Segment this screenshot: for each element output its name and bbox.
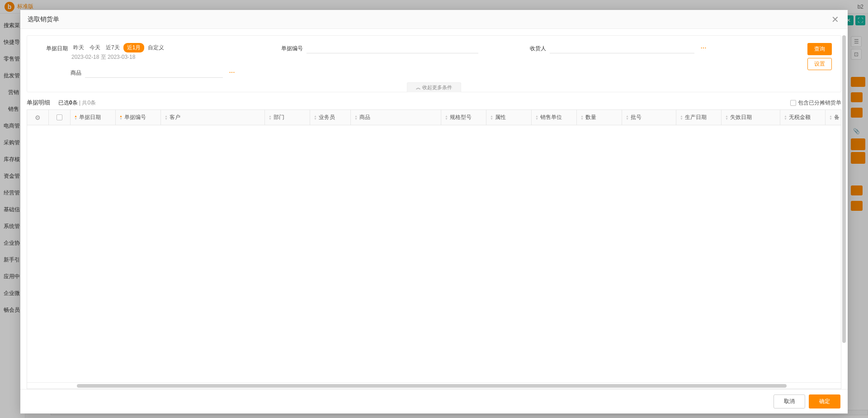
total-count: | 共0条 [79,100,96,106]
close-icon[interactable]: ✕ [830,14,840,25]
product-more-icon[interactable]: ··· [229,67,235,76]
column-header-prod_date[interactable]: ▲▼生产日期 [676,110,722,125]
column-label: 属性 [495,114,506,121]
scrollbar-thumb[interactable] [842,35,846,343]
sort-icon[interactable]: ▲▼ [354,115,358,120]
column-header-remark[interactable]: ▲▼备 [826,110,841,125]
include-assigned-checkbox[interactable]: 包含已分摊销货单 [790,99,841,107]
checkbox-icon[interactable] [790,100,796,106]
modal-vertical-scrollbar[interactable] [842,35,847,389]
column-label: 生产日期 [685,114,707,121]
table-body-empty [27,125,841,382]
sort-icon[interactable]: ▲▼ [74,115,77,120]
date-chip-last7[interactable]: 近7天 [104,43,122,52]
column-header-spec[interactable]: ▲▼规格型号 [441,110,486,125]
sort-icon[interactable]: ▲▼ [829,115,832,120]
date-chip-last1m[interactable]: 近1月 [123,43,145,52]
modal-body: 单据日期 昨天 今天 近7天 近1月 自定义 2023-02-18 至 2023… [20,29,848,389]
sort-icon[interactable]: ▲▼ [680,115,683,120]
select-all-checkbox[interactable] [49,110,71,125]
filter-doc-no: 单据编号 [271,43,478,53]
column-label: 数量 [585,114,596,121]
settings-button[interactable]: 设置 [807,58,832,70]
column-header-batch[interactable]: ▲▼批号 [622,110,676,125]
filter-label-receiver: 收货人 [514,43,546,52]
column-label: 部门 [274,114,284,121]
filter-actions: 查询 设置 [807,43,832,70]
receiver-more-icon[interactable]: ··· [701,43,707,51]
date-chip-today[interactable]: 今天 [88,43,102,52]
column-header-pretax[interactable]: ▲▼无税金额 [780,110,826,125]
filter-label-doc-no: 单据编号 [271,43,303,52]
column-label: 销售单位 [540,114,562,121]
sort-icon[interactable]: ▲▼ [490,115,493,120]
product-input[interactable] [85,67,223,78]
column-header-doc_no[interactable]: ▲▼单据编号 [116,110,161,125]
column-header-attr[interactable]: ▲▼属性 [486,110,532,125]
search-button[interactable]: 查询 [807,43,832,55]
column-label: 规格型号 [450,114,472,121]
sort-icon[interactable]: ▲▼ [535,115,538,120]
column-label: 业务员 [319,114,335,121]
filter-label-product: 商品 [36,67,81,77]
column-header-dept[interactable]: ▲▼部门 [265,110,310,125]
column-label: 失效日期 [730,114,752,121]
column-label: 客户 [170,114,180,121]
column-label: 无税金额 [789,114,811,121]
collapse-conditions[interactable]: ︽ 收起更多条件 [407,82,461,92]
modal-title: 选取销货单 [28,15,59,24]
date-chip-custom[interactable]: 自定义 [146,43,166,52]
date-quick-picks: 昨天 今天 近7天 近1月 自定义 [71,43,166,52]
sort-icon[interactable]: ▲▼ [314,115,317,120]
column-label: 批号 [631,114,642,121]
cancel-button[interactable]: 取消 [774,394,805,408]
gear-icon[interactable]: ⚙ [27,110,49,125]
date-range-text: 2023-02-18 至 2023-03-18 [71,53,166,61]
table-wrapper: ⚙ ▲▼单据日期▲▼单据编号▲▼客户▲▼部门▲▼业务员▲▼商品▲▼规格型号▲▼属… [27,109,841,389]
column-label: 备 [834,114,840,121]
column-header-qty[interactable]: ▲▼数量 [577,110,622,125]
sort-icon[interactable]: ▲▼ [445,115,448,120]
table-horizontal-scrollbar[interactable] [27,382,841,389]
modal-header: 选取销货单 ✕ [20,10,848,29]
sort-icon[interactable]: ▲▼ [784,115,787,120]
selected-count: 已选0条 [58,100,79,106]
filter-date: 单据日期 昨天 今天 近7天 近1月 自定义 2023-02-18 至 2023… [36,43,235,61]
sort-icon[interactable]: ▲▼ [580,115,584,120]
column-header-product[interactable]: ▲▼商品 [351,110,441,125]
column-label: 商品 [359,114,370,121]
chevron-up-icon: ︽ [416,85,422,90]
sort-icon[interactable]: ▲▼ [119,115,123,120]
confirm-button[interactable]: 确定 [809,394,840,408]
sort-icon[interactable]: ▲▼ [269,115,272,120]
sort-icon[interactable]: ▲▼ [626,115,629,120]
table-toolbar: 单据明细 已选0条 | 共0条 包含已分摊销货单 [27,99,841,109]
scrollbar-thumb[interactable] [77,384,787,388]
doc-no-input[interactable] [307,43,478,53]
column-header-expiry[interactable]: ▲▼失效日期 [722,110,780,125]
column-label: 单据日期 [79,114,101,121]
column-header-sale_unit[interactable]: ▲▼销售单位 [532,110,577,125]
modal-footer: 取消 确定 [20,389,848,413]
table-header: ⚙ ▲▼单据日期▲▼单据编号▲▼客户▲▼部门▲▼业务员▲▼商品▲▼规格型号▲▼属… [27,110,841,125]
column-header-sales[interactable]: ▲▼业务员 [310,110,351,125]
sort-icon[interactable]: ▲▼ [165,115,168,120]
table-section: 单据明细 已选0条 | 共0条 包含已分摊销货单 ⚙ [27,99,841,389]
column-header-date[interactable]: ▲▼单据日期 [71,110,116,125]
filter-receiver: 收货人 ··· [514,43,707,53]
filter-panel: 单据日期 昨天 今天 近7天 近1月 自定义 2023-02-18 至 2023… [27,35,841,92]
tab-detail[interactable]: 单据明细 [27,99,50,107]
date-chip-yesterday[interactable]: 昨天 [71,43,86,52]
filter-label-date: 单据日期 [36,43,68,52]
receiver-input[interactable] [550,43,694,53]
modal-overlay: 选取销货单 ✕ 单据日期 昨天 今天 近7天 近1月 [0,0,868,418]
column-header-customer[interactable]: ▲▼客户 [161,110,265,125]
column-label: 单据编号 [124,114,146,121]
sort-icon[interactable]: ▲▼ [725,115,728,120]
filter-product: 商品 ··· [36,67,235,78]
select-sales-order-modal: 选取销货单 ✕ 单据日期 昨天 今天 近7天 近1月 [20,10,848,413]
